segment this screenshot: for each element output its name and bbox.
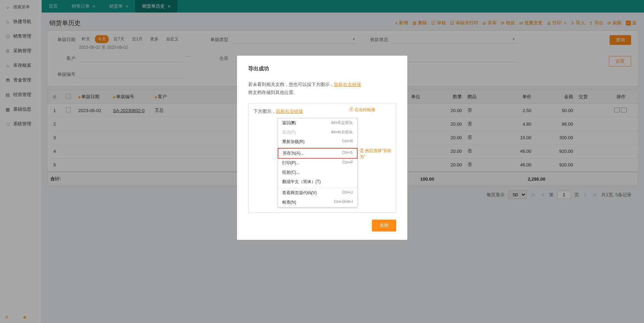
ctx-item: 投射(C)... (278, 168, 357, 177)
ctx-item: 检查(N)Ctrl+Shift+I (278, 198, 357, 207)
hint-1: ① 右击此链接 (349, 107, 375, 113)
ctx-item: 打印(P)...Ctrl+P (278, 158, 357, 168)
close-button[interactable]: 关闭 (372, 220, 396, 231)
modal-overlay: 导出成功 若未看到相关文档，您也可以按下方图示，鼠标右击链接 将文档存储到其他位… (0, 0, 644, 323)
hint-2: ② 然后选择"另存为" (360, 148, 396, 160)
ctx-item: 另存为(A)...Ctrl+S (278, 148, 358, 159)
diagram-link: 鼠标右击链接 (276, 109, 303, 114)
cursor-icon: ➤ (291, 119, 295, 125)
ctx-item: 查看网页源代码(V)Ctrl+U (278, 188, 357, 198)
ctx-item: 返回(B)Alt+向左箭头 (278, 118, 357, 128)
modal-body: 若未看到相关文档，您也可以按下方图示，鼠标右击链接 将文档存储到其他位置。 (248, 80, 396, 97)
ctx-item: 前进(F)Alt+向右箭头 (278, 128, 357, 137)
modal-title: 导出成功 (248, 65, 396, 72)
context-menu-illustration: 返回(B)Alt+向左箭头前进(F)Alt+向右箭头重新加载(R)Ctrl+R另… (278, 118, 358, 207)
ctx-item: 翻成中文（简体）(T) (278, 177, 357, 187)
ctx-item: 重新加载(R)Ctrl+R (278, 137, 357, 147)
export-success-modal: 导出成功 若未看到相关文档，您也可以按下方图示，鼠标右击链接 将文档存储到其他位… (237, 56, 407, 240)
instruction-diagram: 下方图示，鼠标右击链接 ➤ ① 右击此链接 ② 然后选择"另存为" 返回(B)A… (248, 103, 396, 213)
right-click-link[interactable]: 鼠标右击链接 (334, 82, 361, 87)
